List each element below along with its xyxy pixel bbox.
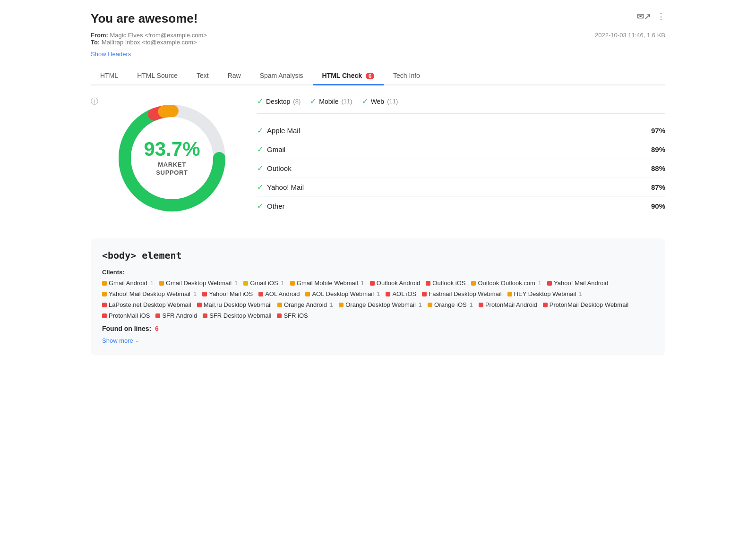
client-tag-name: Outlook iOS [432, 279, 465, 287]
client-tag: Gmail Desktop Webmail1 [159, 279, 238, 287]
client-dot-icon [203, 313, 207, 318]
client-tag-count: 1 [470, 301, 473, 308]
client-tag-count: 1 [281, 279, 284, 287]
info-icon[interactable]: ⓘ [91, 97, 98, 107]
email-title: You are awesome! [91, 11, 198, 26]
client-tag: Gmail iOS1 [243, 279, 284, 287]
client-tag-count: 1 [234, 279, 238, 287]
client-tag-count: 1 [361, 279, 364, 287]
client-tag: ProtonMail Android [479, 301, 537, 308]
client-tag: AOL iOS [386, 290, 416, 297]
client-row: ✓ Gmail 89% [257, 140, 665, 159]
donut-chart-area: 93.7% MARKETSUPPORT [106, 97, 238, 220]
donut-chart: 93.7% MARKETSUPPORT [111, 97, 233, 220]
client-tag-name: Gmail Mobile Webmail [297, 279, 358, 287]
client-dot-icon [547, 281, 552, 286]
client-dot-icon [428, 303, 432, 307]
donut-percent: 93.7% [144, 139, 200, 159]
filter-web[interactable]: ✓ Web (11) [362, 97, 398, 106]
desktop-label: Desktop [266, 98, 290, 105]
clients-tags-container: Clients: Gmail Android1Gmail Desktop Web… [102, 269, 654, 319]
client-dot-icon [102, 313, 107, 318]
client-tag: HEY Desktop Webmail1 [507, 290, 583, 297]
show-headers-link[interactable]: Show Headers [91, 51, 131, 58]
client-rows: ✓ Apple Mail 97% ✓ Gmail 89% ✓ Outlook 8… [257, 121, 665, 215]
client-tag-name: SFR Desktop Webmail [209, 312, 271, 319]
client-dot-icon [277, 303, 282, 307]
client-tag: Orange iOS1 [428, 301, 473, 308]
to-value: Mailtrap Inbox <to@example.com> [102, 39, 197, 46]
client-tag-name: AOL iOS [392, 290, 416, 297]
desktop-checkbox[interactable]: ✓ [257, 97, 263, 106]
client-tag-name: Mail.ru Desktop Webmail [204, 301, 272, 308]
client-tag: ProtonMail iOS [102, 312, 150, 319]
client-tag: ProtonMail Desktop Webmail [543, 301, 628, 308]
to-label: To: [91, 39, 100, 46]
found-lines: Found on lines: 6 [102, 325, 654, 332]
tab-spam[interactable]: Spam Analysis [250, 67, 313, 85]
client-tag-name: SFR iOS [284, 312, 308, 319]
client-tag-name: LaPoste.net Desktop Webmail [109, 301, 191, 308]
client-tag: Gmail Android1 [102, 279, 154, 287]
client-dot-icon [202, 292, 207, 296]
client-dot-icon [426, 281, 430, 286]
client-pct: 89% [651, 145, 665, 153]
client-tag: LaPoste.net Desktop Webmail [102, 301, 191, 308]
client-dot-icon [543, 303, 548, 307]
client-dot-icon [102, 281, 107, 286]
client-dot-icon [277, 313, 282, 318]
client-tag: Outlook iOS [426, 279, 465, 287]
more-options-icon[interactable]: ⋮ [657, 11, 665, 22]
client-tag: SFR iOS [277, 312, 308, 319]
tab-text[interactable]: Text [187, 67, 218, 85]
client-dot-icon [471, 281, 476, 286]
client-name: Apple Mail [267, 127, 300, 135]
email-meta-right: 2022-10-03 11:46, 1.6 KB [595, 32, 665, 39]
client-check-icon: ✓ [257, 202, 263, 211]
tab-html[interactable]: HTML [91, 67, 128, 85]
client-dot-icon [305, 292, 310, 296]
client-tag: Outlook Outlook.com1 [471, 279, 541, 287]
tab-html-source[interactable]: HTML Source [128, 67, 187, 85]
tab-tech-info[interactable]: Tech Info [384, 67, 430, 85]
client-tag-name: Yahoo! Mail Android [554, 279, 608, 287]
body-element-section: <body> element Clients: Gmail Android1Gm… [91, 238, 665, 355]
web-checkbox[interactable]: ✓ [362, 97, 368, 106]
right-panel: ✓ Desktop (8) ✓ Mobile (11) ✓ Web (11) [257, 97, 665, 215]
client-tag: Yahoo! Mail iOS [202, 290, 253, 297]
client-tag-name: Orange iOS [434, 301, 467, 308]
client-tag-name: AOL Android [265, 290, 300, 297]
tab-html-check[interactable]: HTML Check 6 [313, 67, 384, 85]
tab-raw[interactable]: Raw [218, 67, 250, 85]
client-dot-icon [386, 292, 390, 296]
client-tag: Orange Desktop Webmail1 [339, 301, 422, 308]
client-tag: Yahoo! Mail Android [547, 279, 608, 287]
client-tag-name: AOL Desktop Webmail [312, 290, 374, 297]
client-check-icon: ✓ [257, 164, 263, 173]
client-tag-name: ProtonMail Desktop Webmail [550, 301, 628, 308]
client-dot-icon [290, 281, 295, 286]
client-dot-icon [339, 303, 344, 307]
client-row: ✓ Yahoo! Mail 87% [257, 178, 665, 197]
client-row: ✓ Outlook 88% [257, 159, 665, 178]
client-tag-count: 1 [150, 279, 154, 287]
client-pct: 88% [651, 164, 665, 172]
client-dot-icon [507, 292, 512, 296]
filter-desktop[interactable]: ✓ Desktop (8) [257, 97, 301, 106]
filter-mobile[interactable]: ✓ Mobile (11) [310, 97, 352, 106]
client-pct: 97% [651, 127, 665, 135]
client-tag-name: Yahoo! Mail iOS [209, 290, 253, 297]
clients-label: Clients: [102, 269, 125, 276]
client-check-icon: ✓ [257, 126, 263, 135]
forward-icon[interactable]: ✉↗ [637, 11, 651, 22]
body-element-title: <body> element [102, 250, 654, 261]
client-dot-icon [197, 303, 202, 307]
client-tag: Yahoo! Mail Desktop Webmail1 [102, 290, 197, 297]
tabs-bar: HTML HTML Source Text Raw Spam Analysis … [91, 67, 665, 85]
client-row: ✓ Apple Mail 97% [257, 121, 665, 140]
client-check-icon: ✓ [257, 183, 263, 192]
from-label: From: [91, 32, 108, 39]
mobile-checkbox[interactable]: ✓ [310, 97, 316, 106]
client-tag-count: 1 [193, 290, 197, 297]
show-more-button[interactable]: Show more ⌄ [102, 337, 139, 344]
